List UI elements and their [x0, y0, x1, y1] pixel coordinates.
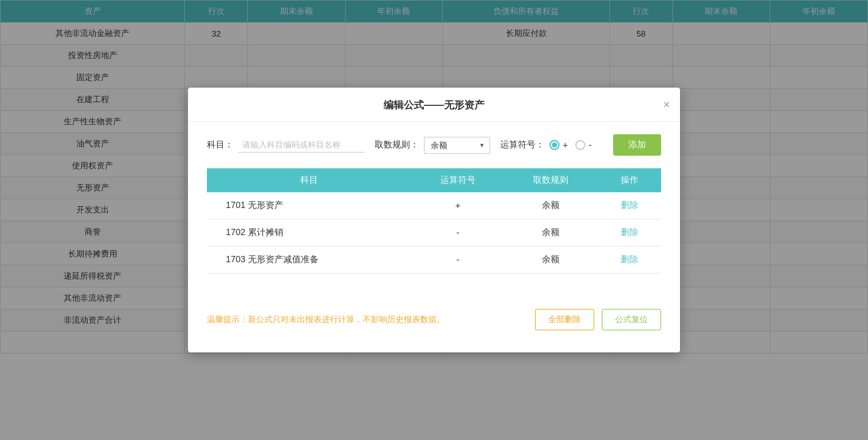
modal-close-button[interactable]: ×	[663, 99, 670, 110]
modal-title: 编辑公式——无形资产	[384, 99, 484, 112]
operator-minus-label: -	[589, 140, 592, 150]
delete-row-button[interactable]: 删除	[621, 227, 638, 238]
rule-label: 取数规则：	[375, 139, 419, 151]
formula-cell-subject: 1702 累计摊销	[207, 219, 411, 246]
formula-cell-rule: 余额	[505, 219, 598, 246]
operator-minus-radio-circle	[575, 140, 585, 150]
formula-cell-operator: -	[411, 219, 505, 246]
operator-plus-label: +	[563, 140, 568, 150]
formula-cell-action: 删除	[597, 246, 661, 274]
formula-table-header-row: 科目 运算符号 取数规则 操作	[207, 168, 661, 192]
rule-select[interactable]: 余额 借方 贷方 借方发生额 贷方发生额	[424, 137, 490, 154]
formula-row: 1703 无形资产减值准备-余额删除	[207, 246, 661, 274]
col-action: 操作	[597, 168, 661, 192]
subject-group: 科目：	[207, 137, 365, 153]
col-operator: 运算符号	[411, 168, 505, 192]
formula-cell-subject: 1701 无形资产	[207, 192, 411, 219]
col-subject: 科目	[207, 168, 411, 192]
subject-input[interactable]	[238, 137, 365, 153]
formula-table: 科目 运算符号 取数规则 操作 1701 无形资产+余额删除1702 累计摊销-…	[207, 168, 661, 274]
operator-radio-group: + -	[549, 140, 592, 150]
operator-group: 运算符号： + -	[500, 139, 592, 151]
col-rule: 取数规则	[505, 168, 598, 192]
reset-formula-button[interactable]: 公式复位	[602, 309, 661, 330]
formula-cell-operator: -	[411, 246, 505, 274]
subject-label: 科目：	[207, 139, 233, 151]
tip-text: 温馨提示：新公式只对未出报表进行计算，不影响历史报表数据。	[207, 314, 445, 325]
operator-plus-radio-circle	[549, 140, 560, 150]
rule-select-wrapper: 余额 借方 贷方 借方发生额 贷方发生额 ▼	[424, 137, 490, 154]
operator-plus-radio[interactable]: +	[549, 140, 568, 150]
formula-cell-operator: +	[411, 192, 505, 219]
formula-table-head: 科目 运算符号 取数规则 操作	[207, 168, 661, 192]
formula-cell-rule: 余额	[505, 246, 598, 274]
add-button[interactable]: 添加	[613, 134, 661, 156]
delete-row-button[interactable]: 删除	[621, 200, 638, 211]
formula-row: 1701 无形资产+余额删除	[207, 192, 661, 219]
footer-buttons: 全部删除 公式复位	[535, 309, 661, 330]
modal-footer: 温馨提示：新公式只对未出报表进行计算，不影响历史报表数据。 全部删除 公式复位	[188, 299, 680, 330]
formula-row: 1702 累计摊销-余额删除	[207, 219, 661, 246]
formula-cell-rule: 余额	[505, 192, 598, 219]
operator-minus-radio[interactable]: -	[575, 140, 592, 150]
operator-label: 运算符号：	[500, 139, 544, 151]
edit-formula-modal: 编辑公式——无形资产 × 科目： 取数规则： 余额 借方 贷方 借方发生额 贷方…	[188, 88, 680, 352]
formula-cell-action: 删除	[597, 192, 661, 219]
rule-group: 取数规则： 余额 借方 贷方 借方发生额 贷方发生额 ▼	[375, 137, 490, 154]
modal-header: 编辑公式——无形资产 ×	[188, 88, 680, 122]
delete-row-button[interactable]: 删除	[621, 254, 638, 265]
formula-cell-action: 删除	[597, 219, 661, 246]
formula-table-body: 1701 无形资产+余额删除1702 累计摊销-余额删除1703 无形资产减值准…	[207, 192, 661, 274]
formula-form-row: 科目： 取数规则： 余额 借方 贷方 借方发生额 贷方发生额 ▼ 运算	[207, 134, 661, 156]
delete-all-button[interactable]: 全部删除	[535, 309, 594, 330]
modal-body: 科目： 取数规则： 余额 借方 贷方 借方发生额 贷方发生额 ▼ 运算	[188, 122, 680, 299]
formula-cell-subject: 1703 无形资产减值准备	[207, 246, 411, 274]
